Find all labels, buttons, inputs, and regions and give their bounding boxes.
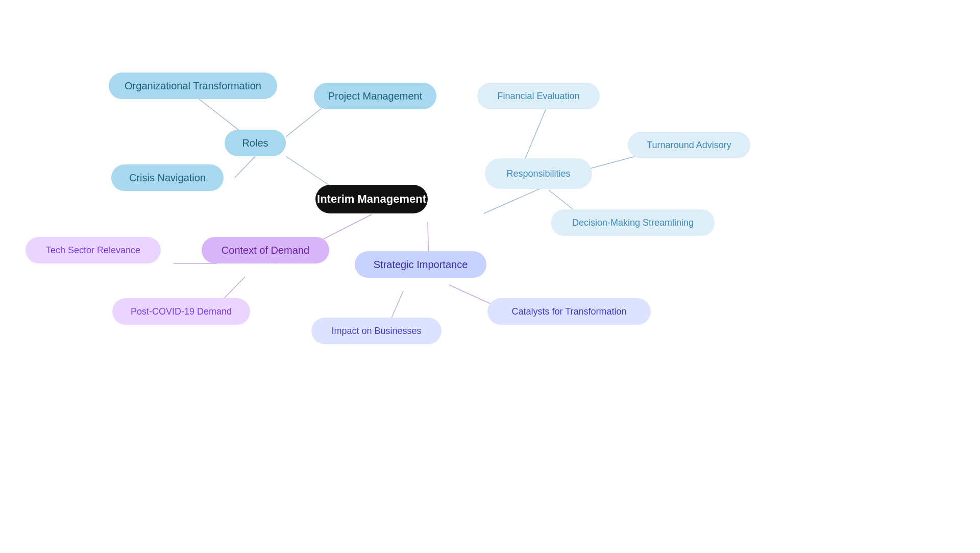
financial-evaluation-node: Financial Evaluation	[477, 83, 600, 109]
impact-on-businesses-node: Impact on Businesses	[311, 318, 442, 344]
org-transformation-node: Organizational Transformation	[109, 73, 277, 99]
context-of-demand-node: Context of Demand	[202, 237, 329, 263]
roles-node: Roles	[225, 130, 286, 156]
project-management-node: Project Management	[314, 83, 436, 109]
strategic-importance-node: Strategic Importance	[355, 251, 486, 278]
catalysts-for-transformation-node: Catalysts for Transformation	[487, 298, 651, 325]
center-node: Interim Management	[315, 185, 428, 213]
svg-line-6	[286, 108, 322, 137]
responsibilities-node: Responsibilities	[485, 158, 592, 189]
mindmap-container: Interim Management Roles Organizational …	[0, 0, 980, 553]
crisis-navigation-node: Crisis Navigation	[111, 164, 224, 191]
svg-line-1	[484, 185, 549, 213]
decision-making-node: Decision-Making Streamlining	[551, 209, 715, 236]
post-covid-node: Post-COVID-19 Demand	[112, 298, 250, 325]
turnaround-advisory-node: Turnaround Advisory	[628, 132, 750, 158]
tech-sector-relevance-node: Tech Sector Relevance	[26, 237, 161, 263]
svg-line-5	[235, 156, 255, 178]
